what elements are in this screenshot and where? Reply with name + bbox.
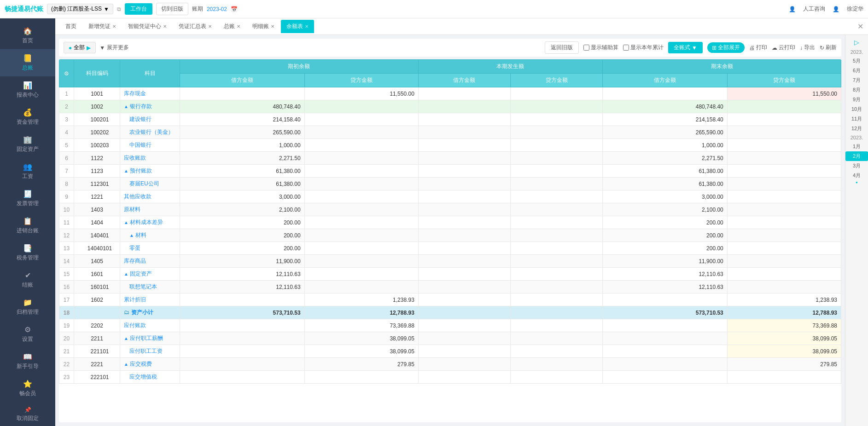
sidebar-item-archive[interactable]: 📁 归档管理 xyxy=(0,294,55,321)
subject-link[interactable]: 建设银行 xyxy=(129,116,151,122)
tab-ledger-close[interactable]: ✕ xyxy=(237,24,240,29)
show-ytd-input[interactable] xyxy=(623,45,629,51)
right-month-12[interactable]: 12月 xyxy=(845,124,868,133)
subject-link[interactable]: 原材料 xyxy=(124,206,140,213)
panel-toggle-icon[interactable]: ▷ xyxy=(854,39,859,46)
subject-link[interactable]: 应交税费 xyxy=(130,361,152,367)
right-month-9[interactable]: 9月 xyxy=(845,95,868,104)
sidebar-item-guide[interactable]: 📖 新手引导 xyxy=(0,348,55,375)
subject-link[interactable]: 联想笔记本 xyxy=(129,283,157,290)
subject-link[interactable]: 应交增值税 xyxy=(129,374,157,380)
subject-link[interactable]: 材料 xyxy=(135,232,146,238)
switch-old-button[interactable]: 切到旧版 xyxy=(156,3,188,15)
tab-detail-close[interactable]: ✕ xyxy=(271,24,274,29)
tab-detail[interactable]: 明细账 ✕ xyxy=(247,20,280,33)
expand-icon[interactable]: ▲ xyxy=(124,168,130,173)
tab-smart-center[interactable]: 智能凭证中心 ✕ xyxy=(122,20,172,33)
right-month-11[interactable]: 11月 xyxy=(845,114,868,124)
subject-link[interactable]: 应付账款 xyxy=(124,322,146,328)
subject-link[interactable]: 库存现金 xyxy=(124,90,146,97)
format-button[interactable]: 全账式 ▼ xyxy=(668,42,703,53)
tab-new-voucher[interactable]: 新增凭证 ✕ xyxy=(83,20,122,33)
tab-ledger[interactable]: 总账 ✕ xyxy=(218,20,246,33)
cell-subject[interactable]: 原材料 xyxy=(120,203,180,216)
subject-link[interactable]: 赛届EU公司 xyxy=(129,180,159,187)
tab-voucher-summary-close[interactable]: ✕ xyxy=(208,24,212,29)
company-selector[interactable]: (勿删) 江西股圣-LSS ▼ xyxy=(47,4,113,14)
right-month-1[interactable]: 1月 xyxy=(845,142,868,151)
subject-link[interactable]: 预付账款 xyxy=(130,167,152,174)
cell-subject[interactable]: 应交增值税 xyxy=(120,371,180,384)
sidebar-item-invoice[interactable]: 🧾 发票管理 xyxy=(0,185,55,212)
tab-balance-close[interactable]: ✕ xyxy=(305,24,309,29)
show-aux-input[interactable] xyxy=(583,45,589,51)
cell-subject[interactable]: ▲ 固定资产 xyxy=(120,268,180,281)
sidebar-item-payroll[interactable]: 👥 工资 xyxy=(0,158,55,185)
export-button[interactable]: ↓ 导出 xyxy=(800,44,815,52)
cell-subject[interactable]: ▲ 材料 xyxy=(120,229,180,242)
cell-subject[interactable]: 累计折旧 xyxy=(120,294,180,306)
cell-subject[interactable]: 应收账款 xyxy=(120,152,180,165)
right-month-6[interactable]: 6月 xyxy=(845,66,868,75)
right-month-5[interactable]: 5月 xyxy=(845,56,868,66)
sidebar-item-purchase[interactable]: 📋 进销台账 xyxy=(0,212,55,239)
subject-link[interactable]: 应收账款 xyxy=(124,155,146,161)
right-month-10[interactable]: 10月 xyxy=(845,104,868,114)
subject-link[interactable]: 材料成本差异 xyxy=(130,219,163,225)
expand-icon[interactable]: ▲ xyxy=(124,336,130,341)
print-button[interactable]: 🖨 打印 xyxy=(749,44,767,52)
sidebar-item-member[interactable]: ⭐ 畅会员 xyxy=(0,375,55,402)
tab-home[interactable]: 首页 xyxy=(60,20,82,33)
cell-subject[interactable]: 中国银行 xyxy=(120,139,180,152)
cell-subject[interactable]: ▲ 应付职工薪酬 xyxy=(120,332,180,345)
subject-link[interactable]: 零蛋 xyxy=(129,245,140,251)
cell-subject[interactable]: 应付职工工资 xyxy=(120,345,180,358)
subject-link[interactable]: 应付职工薪酬 xyxy=(130,335,163,341)
cell-subject[interactable]: 零蛋 xyxy=(120,242,180,255)
sidebar-item-closing[interactable]: ✔ 结账 xyxy=(0,266,55,294)
show-ytd-checkbox[interactable]: 显示本年累计 xyxy=(623,44,664,52)
cell-subject[interactable]: 联想笔记本 xyxy=(120,281,180,294)
th-settings[interactable]: ⚙ xyxy=(59,60,74,87)
cell-subject[interactable]: 建设银行 xyxy=(120,113,180,126)
expand-icon[interactable]: ▲ xyxy=(124,362,130,367)
copy-icon[interactable]: ⧉ xyxy=(117,6,121,12)
subject-link[interactable]: 农业银行（美金） xyxy=(129,129,174,135)
cell-subject[interactable]: ▲ 银行存款 xyxy=(120,100,180,113)
cell-subject[interactable]: 赛届EU公司 xyxy=(120,178,180,190)
tab-smart-center-close[interactable]: ✕ xyxy=(163,24,167,29)
sidebar-item-tax[interactable]: 📑 税务管理 xyxy=(0,239,55,266)
right-month-4[interactable]: 4月 xyxy=(845,171,868,180)
expand-icon[interactable]: ▲ xyxy=(124,220,130,225)
right-month-2[interactable]: 2月 xyxy=(845,151,868,161)
cell-subject[interactable]: ▲ 预付账款 xyxy=(120,165,180,178)
subject-link[interactable]: 应付职工工资 xyxy=(129,348,163,354)
consult-label[interactable]: 人工咨询 xyxy=(803,5,825,13)
subject-link[interactable]: 其他应收款 xyxy=(124,193,151,200)
tab-balance[interactable]: 余额表 ✕ xyxy=(281,20,314,33)
expand-more-button[interactable]: ▼ 展开更多 xyxy=(99,44,129,52)
refresh-button[interactable]: ↻ 刷新 xyxy=(820,44,837,52)
cell-subject[interactable]: 库存现金 xyxy=(120,87,180,100)
expand-icon[interactable]: ▲ xyxy=(129,233,135,238)
cell-subject[interactable]: 应付账款 xyxy=(120,319,180,332)
cell-subject[interactable]: 🗂资产小计 xyxy=(120,306,180,319)
workbench-button[interactable]: 工作台 xyxy=(125,3,152,15)
subject-link[interactable]: 库存商品 xyxy=(124,258,146,264)
subject-link[interactable]: 累计折旧 xyxy=(124,296,146,303)
show-aux-checkbox[interactable]: 显示辅助算 xyxy=(583,44,618,52)
expand-icon[interactable]: ▲ xyxy=(124,271,130,276)
filter-all-button[interactable]: ● 全部 ▶ xyxy=(64,42,96,53)
subject-link[interactable]: 银行存款 xyxy=(130,103,152,109)
back-old-button[interactable]: 返回旧版 xyxy=(545,41,579,54)
sidebar-item-ledger[interactable]: 📒 总账 xyxy=(0,49,55,76)
tab-voucher-summary[interactable]: 凭证汇总表 ✕ xyxy=(173,20,217,33)
cloud-print-button[interactable]: ☁ 云打印 xyxy=(772,44,795,52)
sidebar-item-report[interactable]: 📊 报表中心 xyxy=(0,76,55,104)
subject-link[interactable]: 固定资产 xyxy=(130,271,152,277)
sidebar-item-pin[interactable]: 📌 取消固定 xyxy=(0,402,55,426)
right-month-3[interactable]: 3月 xyxy=(845,161,868,171)
right-month-8[interactable]: 8月 xyxy=(845,85,868,95)
tab-new-voucher-close[interactable]: ✕ xyxy=(112,24,116,29)
calendar-icon[interactable]: 📅 xyxy=(231,6,238,12)
